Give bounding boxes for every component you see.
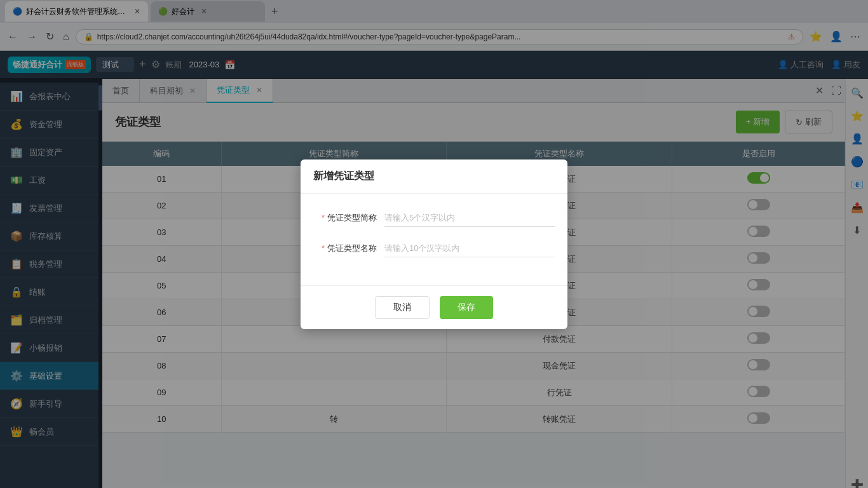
- new-voucher-dialog: 新增凭证类型 凭证类型简称 凭证类型名称 取消 保存: [301, 159, 567, 329]
- cancel-button[interactable]: 取消: [375, 296, 430, 319]
- dialog-footer: 取消 保存: [301, 285, 567, 329]
- form-label-short: 凭证类型简称: [313, 212, 377, 224]
- form-row-short-name: 凭证类型简称: [313, 209, 555, 227]
- form-row-full-name: 凭证类型名称: [313, 240, 555, 257]
- form-input-short[interactable]: [384, 209, 555, 227]
- save-button[interactable]: 保存: [440, 296, 493, 319]
- form-label-full: 凭证类型名称: [313, 243, 377, 254]
- dialog-title: 新增凭证类型: [313, 170, 374, 181]
- dialog-header: 新增凭证类型: [301, 159, 567, 194]
- form-input-full[interactable]: [384, 240, 555, 257]
- dialog-body: 凭证类型简称 凭证类型名称: [301, 194, 567, 285]
- dialog-overlay: 新增凭证类型 凭证类型简称 凭证类型名称 取消 保存: [0, 0, 868, 488]
